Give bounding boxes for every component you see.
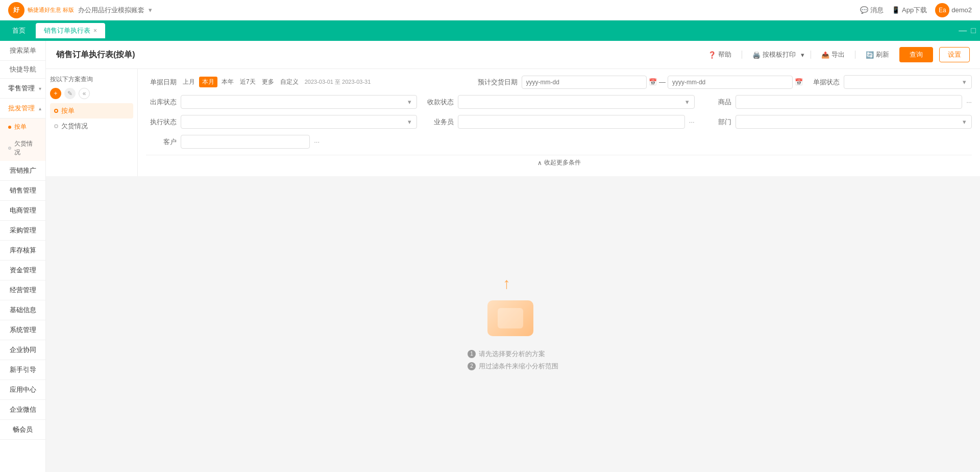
- date-btn-7days[interactable]: 近7天: [238, 77, 258, 87]
- filter-group-receive: 收款状态 ▾: [423, 95, 694, 109]
- scheme-item-order[interactable]: 按单: [50, 103, 133, 119]
- customer-label: 客户: [146, 137, 177, 147]
- execstatus-label: 执行状态: [146, 117, 177, 127]
- scheme-item-shortage[interactable]: 欠货情况: [50, 119, 133, 134]
- refresh-icon: 🔄: [866, 51, 874, 59]
- divider-2: [811, 51, 811, 59]
- execstatus-arrow: ▾: [408, 118, 411, 126]
- sidebar-item-ecommerce[interactable]: 电商管理: [0, 201, 45, 221]
- salesman-label: 业务员: [423, 117, 454, 127]
- sidebar-item-enterprise[interactable]: 企业协同: [0, 340, 45, 360]
- tab-bar-right: — □: [959, 26, 976, 35]
- main-layout: 搜索菜单 快捷导航 零售管理 ▾ 批发管理 ▴ 按单 欠货情况 营销推广 销售管: [0, 41, 980, 472]
- tab-sales-order[interactable]: 销售订单执行表 ×: [36, 23, 105, 38]
- status-label: 单据状态: [809, 78, 840, 87]
- date-btn-custom[interactable]: 自定义: [278, 77, 301, 87]
- system-title-dropdown-icon[interactable]: ▾: [149, 6, 152, 14]
- customer-input[interactable]: [181, 135, 310, 149]
- receive-arrow: ▾: [685, 98, 689, 106]
- status-select-arrow: ▾: [963, 78, 966, 86]
- salesman-input[interactable]: [458, 115, 684, 129]
- customer-more-icon[interactable]: ···: [314, 138, 320, 146]
- refresh-button[interactable]: 🔄 刷新: [862, 48, 893, 61]
- scheme-dot-active: [54, 109, 58, 113]
- sidebar-item-wechat-label: 企业微信: [4, 405, 41, 414]
- sidebar-sub-item-shortage[interactable]: 欠货情况: [0, 135, 45, 161]
- date-btn-more[interactable]: 更多: [260, 77, 276, 87]
- user-avatar-area[interactable]: Ea demo2: [935, 3, 972, 17]
- empty-tip-1: 1 请先选择要分析的方案: [468, 349, 558, 359]
- help-button[interactable]: ❓ 帮助: [704, 48, 736, 61]
- help-icon: ❓: [708, 51, 716, 59]
- app-download-button[interactable]: 📱 App下载: [892, 6, 927, 15]
- sidebar-item-basic[interactable]: 基础信息: [0, 300, 45, 320]
- filter-group-date: 单据日期 上月 本月 本年 近7天 更多 自定义 2023-03-01 至 20…: [146, 77, 472, 87]
- expected-date-end[interactable]: [668, 76, 793, 89]
- export-button[interactable]: 📤 导出: [817, 48, 849, 61]
- tab-home[interactable]: 首页: [4, 23, 34, 38]
- goods-more-icon[interactable]: ···: [966, 98, 972, 106]
- tab-close-icon[interactable]: ×: [93, 27, 97, 34]
- sidebar-item-marketing[interactable]: 营销推广: [0, 161, 45, 181]
- print-dropdown-icon[interactable]: ▾: [801, 51, 804, 59]
- dept-select[interactable]: ▾: [736, 115, 972, 129]
- sidebar-item-member[interactable]: 畅会员: [0, 420, 45, 440]
- sidebar-item-apps[interactable]: 应用中心: [0, 380, 45, 400]
- calendar-icon-2[interactable]: 📅: [795, 78, 803, 86]
- query-button[interactable]: 查询: [899, 47, 933, 62]
- filter-group-salesman: 业务员 ···: [423, 115, 694, 129]
- tab-minimize-icon[interactable]: —: [959, 26, 967, 35]
- sidebar-item-sales[interactable]: 销售管理: [0, 181, 45, 201]
- goods-label: 商品: [701, 98, 731, 107]
- sidebar-wholesale-submenu: 按单 欠货情况: [0, 119, 45, 161]
- sidebar-item-apps-label: 应用中心: [4, 385, 41, 394]
- message-label: 消息: [870, 6, 884, 15]
- execstatus-select[interactable]: ▾: [181, 115, 417, 129]
- collapse-scheme-button[interactable]: «: [79, 88, 90, 99]
- sub-dot-active: [8, 126, 11, 129]
- app-icon: 📱: [892, 6, 900, 14]
- edit-scheme-button[interactable]: ✎: [64, 88, 76, 99]
- date-btn-last-month[interactable]: 上月: [181, 77, 197, 87]
- date-btn-this-year[interactable]: 本年: [219, 77, 236, 87]
- sidebar-item-wechat[interactable]: 企业微信: [0, 400, 45, 420]
- sidebar-search[interactable]: 搜索菜单: [0, 41, 45, 61]
- expected-date-start[interactable]: [522, 76, 647, 89]
- expected-date-group: 📅 — 📅: [522, 76, 803, 89]
- sidebar-item-inventory[interactable]: 库存核算: [0, 241, 45, 261]
- date-separator: —: [659, 78, 666, 86]
- sidebar-quick-nav[interactable]: 快捷导航: [0, 61, 45, 79]
- print-button[interactable]: 🖨️ 按模板打印: [748, 48, 800, 61]
- message-button[interactable]: 💬 消息: [860, 6, 884, 15]
- sidebar-item-retail[interactable]: 零售管理 ▾: [0, 79, 45, 99]
- tab-maximize-icon[interactable]: □: [971, 26, 976, 35]
- sidebar-item-purchase[interactable]: 采购管理: [0, 221, 45, 241]
- sidebar-item-system[interactable]: 系统管理: [0, 320, 45, 340]
- status-select[interactable]: ▾: [844, 75, 972, 89]
- system-title[interactable]: 办公用品行业模拟账套: [78, 6, 144, 15]
- outstatus-select[interactable]: ▾: [181, 95, 417, 109]
- logo-area: 好 畅捷通好生意 标版: [8, 2, 74, 18]
- collapse-button[interactable]: ∧ 收起更多条件: [146, 155, 972, 170]
- sidebar-item-operation[interactable]: 经营管理: [0, 280, 45, 300]
- add-scheme-button[interactable]: +: [50, 88, 61, 99]
- sidebar-item-wholesale[interactable]: 批发管理 ▴: [0, 99, 45, 119]
- dept-arrow: ▾: [963, 118, 966, 126]
- sidebar-retail-arrow: ▾: [39, 86, 41, 91]
- salesman-more-icon[interactable]: ···: [689, 118, 695, 126]
- date-btn-this-month[interactable]: 本月: [199, 77, 217, 87]
- sidebar-item-inventory-label: 库存核算: [4, 246, 41, 255]
- sidebar-sub-item-order[interactable]: 按单: [0, 119, 45, 135]
- logo-icon: 好: [8, 2, 24, 18]
- setting-button[interactable]: 设置: [939, 47, 970, 62]
- sidebar-item-finance[interactable]: 资金管理: [0, 261, 45, 280]
- empty-tip-2-text: 用过滤条件来缩小分析范围: [479, 362, 558, 371]
- tab-sales-order-label: 销售订单执行表: [44, 26, 90, 35]
- tab-bar: 首页 销售订单执行表 × — □: [0, 20, 980, 41]
- goods-input[interactable]: [736, 95, 962, 109]
- receive-select[interactable]: ▾: [458, 95, 694, 109]
- sidebar-item-newbie[interactable]: 新手引导: [0, 360, 45, 380]
- calendar-icon-1[interactable]: 📅: [649, 78, 657, 86]
- sidebar-item-wholesale-label: 批发管理: [4, 104, 39, 113]
- filter-row-stock: 出库状态 ▾ 收款状态 ▾ 商品: [146, 95, 972, 109]
